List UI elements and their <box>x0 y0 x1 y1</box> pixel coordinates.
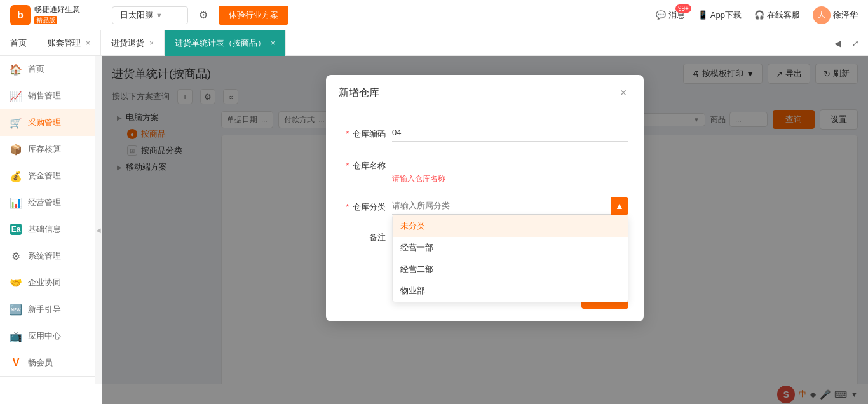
warehouse-name-error: 请输入仓库名称 <box>392 173 628 184</box>
chevron-down-icon: ▼ <box>156 11 163 19</box>
warehouse-code-input[interactable] <box>392 124 628 142</box>
logo-icon: b <box>10 5 31 25</box>
warehouse-name-label: * 仓库名称 <box>341 156 392 172</box>
membership-icon: V <box>10 357 22 368</box>
tab-close-purchase-return[interactable]: × <box>149 39 154 48</box>
tab-close-purchase-stats[interactable]: × <box>271 39 275 48</box>
tab-close-accounts[interactable]: × <box>86 39 90 48</box>
sidebar-item-operations[interactable]: 📊 经营管理 <box>0 189 95 216</box>
enterprise-icon: 🤝 <box>10 277 22 288</box>
ea-icon: Ea <box>10 224 22 235</box>
dialog-body: * 仓库编码 * 仓库名称 <box>326 111 644 266</box>
form-row-name: * 仓库名称 请输入仓库名称 <box>341 154 628 184</box>
form-row-category: * 仓库分类 ▲ 未分类 经营一部 经营二部 物业部 <box>341 197 628 215</box>
modal-overlay: 新增仓库 × * 仓库编码 <box>102 56 868 404</box>
sidebar-item-membership[interactable]: V 畅会员 <box>0 349 95 376</box>
sales-icon: 📈 <box>10 90 22 102</box>
category-dropdown-list: 未分类 经营一部 经营二部 物业部 <box>392 215 628 302</box>
company-selector[interactable]: 日太阳膜 ▼ <box>112 6 188 24</box>
operations-icon: 📊 <box>10 197 22 208</box>
sidebar-item-home[interactable]: 🏠 首页 <box>0 56 95 83</box>
sidebar-item-finance[interactable]: 💰 资金管理 <box>0 163 95 189</box>
dropdown-item-2[interactable]: 经营二部 <box>393 259 628 280</box>
tab-purchase-stats[interactable]: 进货单统计表（按商品） × <box>165 30 286 56</box>
sidebar-item-system[interactable]: ⚙ 系统管理 <box>0 243 95 269</box>
home-icon: 🏠 <box>10 64 22 75</box>
logo-text: 畅捷通好生意 <box>34 5 80 15</box>
dialog-title: 新增仓库 <box>339 86 379 100</box>
remark-label: 备注 <box>341 227 392 243</box>
online-service-item[interactable]: 🎧 在线客服 <box>754 10 800 21</box>
warehouse-code-label: * 仓库编码 <box>341 124 392 140</box>
sidebar: 🏠 首页 📈 销售管理 🛒 采购管理 📦 库存核算 💰 资金管理 📊 经营管理 … <box>0 56 95 404</box>
header-right: 💬 消息 99+ 📱 App下载 🎧 在线客服 人 徐泽华 <box>656 6 858 24</box>
sidebar-item-apps[interactable]: 📺 应用中心 <box>0 323 95 349</box>
sidebar-toggle[interactable]: ◀ <box>95 56 102 404</box>
avatar: 人 <box>813 6 831 24</box>
tab-bar: 首页 账套管理 × 进货退货 × 进货单统计表（按商品） × ◀ ⤢ <box>0 30 868 56</box>
warehouse-category-input[interactable] <box>392 197 628 215</box>
sidebar-item-inventory[interactable]: 📦 库存核算 <box>0 136 95 163</box>
finance-icon: 💰 <box>10 170 22 182</box>
new-warehouse-dialog: 新增仓库 × * 仓库编码 <box>326 75 644 321</box>
user-item[interactable]: 人 徐泽华 <box>813 6 858 24</box>
tab-purchase-return[interactable]: 进货退货 × <box>101 30 165 56</box>
warehouse-category-label: * 仓库分类 <box>341 197 392 213</box>
top-header: b 畅捷通好生意 精品版 日太阳膜 ▼ ⚙ 体验行业方案 💬 消息 99+ 📱 … <box>0 0 868 30</box>
content-area: 进货单统计(按商品) 🖨 按模板打印 ▼ ↗ 导出 ↻ 刷新 按以下方案查询 <box>102 56 868 404</box>
message-badge: 99+ <box>675 4 691 13</box>
message-icon: 💬 <box>656 10 666 20</box>
message-item[interactable]: 💬 消息 99+ <box>656 10 685 21</box>
purchase-icon: 🛒 <box>10 117 22 128</box>
sidebar-item-enterprise[interactable]: 🤝 企业协同 <box>0 269 95 296</box>
guide-icon: 🆕 <box>10 304 22 315</box>
dialog-close-button[interactable]: × <box>616 85 631 100</box>
dropdown-item-3[interactable]: 物业部 <box>393 280 628 302</box>
inventory-icon: 📦 <box>10 144 22 155</box>
apps-icon: 📺 <box>10 330 22 342</box>
sidebar-item-basic-info[interactable]: Ea 基础信息 <box>0 216 95 243</box>
main-layout: 🏠 首页 📈 销售管理 🛒 采购管理 📦 库存核算 💰 资金管理 📊 经营管理 … <box>0 56 868 404</box>
logo-tag: 精品版 <box>34 16 57 24</box>
category-dropdown-toggle[interactable]: ▲ <box>611 197 628 215</box>
sidebar-item-purchase[interactable]: 🛒 采购管理 <box>0 109 95 136</box>
tab-prev-icon[interactable]: ◀ <box>830 36 845 51</box>
gear-icon[interactable]: ⚙ <box>193 5 214 25</box>
tab-maximize-icon[interactable]: ⤢ <box>848 36 863 51</box>
headset-icon: 🎧 <box>754 10 764 20</box>
system-icon: ⚙ <box>10 250 22 262</box>
dropdown-item-0[interactable]: 未分类 <box>393 215 628 237</box>
form-row-code: * 仓库编码 <box>341 124 628 142</box>
tab-accounts[interactable]: 账套管理 × <box>37 30 101 56</box>
trial-button[interactable]: 体验行业方案 <box>219 6 288 25</box>
dialog-header: 新增仓库 × <box>326 75 644 111</box>
warehouse-name-input[interactable] <box>392 154 628 172</box>
dropdown-item-1[interactable]: 经营一部 <box>393 237 628 259</box>
sidebar-item-guide[interactable]: 🆕 新手引导 <box>0 296 95 323</box>
logo-area: b 畅捷通好生意 精品版 <box>10 5 105 25</box>
tab-controls: ◀ ⤢ <box>825 36 868 51</box>
phone-icon: 📱 <box>698 10 708 20</box>
app-download-item[interactable]: 📱 App下载 <box>698 10 742 21</box>
sidebar-item-sales[interactable]: 📈 销售管理 <box>0 83 95 109</box>
category-input-wrapper: ▲ 未分类 经营一部 经营二部 物业部 <box>392 197 628 215</box>
tab-home[interactable]: 首页 <box>0 30 37 56</box>
